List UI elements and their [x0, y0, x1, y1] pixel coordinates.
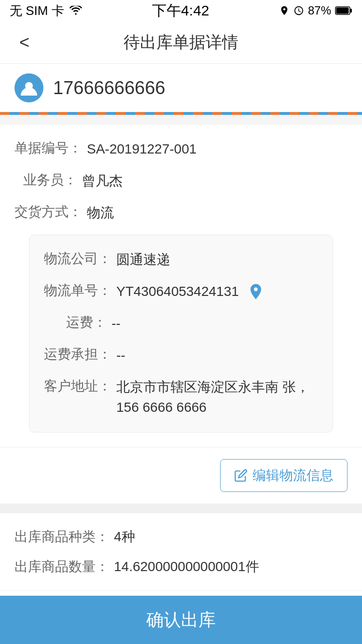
address-value: 北京市市辖区海淀区永丰南 张，156 6666 6666 [116, 377, 318, 418]
company-row: 物流公司： 圆通速递 [44, 250, 318, 270]
address-row: 客户地址： 北京市市辖区海淀区永丰南 张，156 6666 6666 [44, 377, 318, 418]
nav-bar: < 待出库单据详情 [0, 21, 362, 64]
tracking-location-icon[interactable] [247, 282, 265, 301]
order-no-value: SA-20191227-001 [87, 139, 348, 159]
edit-btn-container: 编辑物流信息 [0, 447, 362, 504]
address-label: 客户地址： [44, 377, 111, 395]
freight-bear-row: 运费承担： -- [44, 345, 318, 365]
svg-rect-2 [350, 9, 352, 13]
salesman-value: 曾凡杰 [82, 171, 348, 191]
dashed-divider [0, 112, 362, 115]
salesman-row: 业务员： 曾凡杰 [14, 171, 348, 191]
order-info-section: 单据编号： SA-20191227-001 业务员： 曾凡杰 交货方式： 物流 … [0, 125, 362, 447]
goods-types-value: 4种 [114, 528, 135, 546]
edit-icon [234, 469, 248, 482]
freight-bear-label: 运费承担： [44, 345, 111, 364]
salesman-label: 业务员： [14, 171, 77, 189]
company-value: 圆通速递 [116, 250, 318, 270]
status-time: 下午4:42 [152, 1, 209, 21]
customer-section: 17666666666 [0, 64, 362, 112]
delivery-value: 物流 [87, 203, 348, 223]
freight-value: -- [111, 313, 318, 334]
order-no-row: 单据编号： SA-20191227-001 [14, 139, 348, 159]
status-left: 无 SIM 卡 [10, 2, 83, 19]
page-title: 待出库单据详情 [124, 31, 238, 54]
wifi-icon [69, 6, 83, 15]
status-bar: 无 SIM 卡 下午4:42 87% [0, 0, 362, 21]
svg-rect-1 [336, 8, 348, 14]
status-right: 87% [279, 4, 352, 17]
main-content: 17666666666 单据编号： SA-20191227-001 业务员： 曾… [0, 64, 362, 644]
avatar [14, 73, 43, 102]
delivery-label: 交货方式： [14, 203, 82, 221]
edit-btn-label: 编辑物流信息 [252, 466, 334, 485]
goods-quantity-label: 出库商品数量： [14, 558, 109, 576]
sim-status: 无 SIM 卡 [10, 2, 64, 19]
confirm-btn-bar[interactable]: 确认出库 [0, 596, 362, 644]
back-button[interactable]: < [14, 28, 34, 57]
freight-row: 运费： -- [44, 313, 318, 334]
location-status-icon [279, 5, 290, 16]
goods-quantity-row: 出库商品数量： 14.620000000000001件 [14, 558, 348, 576]
tracking-container: YT43064053424131 [111, 281, 265, 302]
company-label: 物流公司： [44, 250, 111, 268]
tracking-value: YT43064053424131 [116, 281, 239, 302]
tracking-label: 物流单号： [44, 281, 111, 300]
order-no-label: 单据编号： [14, 139, 82, 157]
goods-types-row: 出库商品种类： 4种 [14, 528, 348, 546]
tracking-row: 物流单号： YT43064053424131 [44, 281, 318, 302]
freight-bear-value: -- [116, 345, 318, 365]
logistics-card: 物流公司： 圆通速递 物流单号： YT43064053424131 运费： --… [29, 235, 333, 433]
goods-section: 出库商品种类： 4种 出库商品数量： 14.620000000000001件 [0, 513, 362, 590]
confirm-btn-label: 确认出库 [146, 608, 216, 632]
section-divider [0, 504, 362, 513]
battery-icon [335, 6, 352, 15]
delivery-row: 交货方式： 物流 [14, 203, 348, 223]
battery-percent: 87% [308, 4, 331, 17]
freight-label: 运费： [44, 313, 107, 332]
customer-phone: 17666666666 [53, 78, 165, 98]
clock-status-icon [293, 5, 304, 16]
goods-quantity-value: 14.620000000000001件 [114, 558, 259, 576]
goods-types-label: 出库商品种类： [14, 528, 109, 546]
edit-logistics-button[interactable]: 编辑物流信息 [220, 459, 348, 492]
